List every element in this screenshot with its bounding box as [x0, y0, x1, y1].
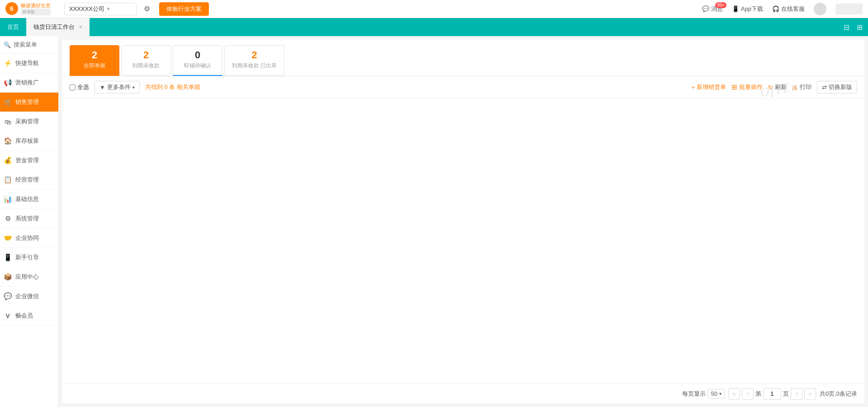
all-checkbox-input[interactable] [70, 84, 75, 90]
sidebar-item-label: 采购管理 [15, 117, 39, 126]
online-service-btn[interactable]: 🎧 在线客服 [772, 5, 805, 13]
avatar[interactable] [814, 3, 826, 15]
message-icon: 💬 [702, 5, 709, 12]
refresh-label: 刷新 [775, 83, 787, 91]
found-unit: 条 [169, 84, 175, 90]
tab-minimize-icon[interactable]: ⊟ [842, 21, 851, 33]
print-button[interactable]: 🖨 打印 [792, 83, 811, 91]
finance-icon: 💰 [4, 156, 12, 164]
next-page-icon: > [795, 390, 798, 397]
sidebar-item-system[interactable]: ⚙ 系统管理 [0, 209, 58, 229]
online-service-label: 在线客服 [781, 5, 805, 13]
sidebar-item-purchase[interactable]: 🛍 采购管理 [0, 112, 58, 131]
top-right: 💬 消息 99+ 📱 App下载 🎧 在线客服 [702, 3, 863, 15]
sidebar-item-member[interactable]: V 畅会员 [0, 306, 58, 326]
chevron-down-icon: ▾ [132, 85, 135, 90]
prev-page-icon: < [746, 390, 750, 397]
app-download-btn[interactable]: 📱 App下载 [732, 5, 763, 13]
stat-tab-all[interactable]: 2 全部单据 [70, 45, 119, 76]
page-number-input[interactable] [763, 388, 781, 400]
top-bar: 6 畅捷通好生意 标准版 XXXXXX公司 ▾ ⚙ 体验行业方案 💬 消息 99… [0, 0, 868, 18]
sidebar-item-operations[interactable]: 📋 经营管理 [0, 170, 58, 190]
stat-tab-pending[interactable]: 0 旺铺待确认 [173, 45, 222, 76]
logo-badge: 标准版 [21, 9, 51, 15]
sidebar-item-sales[interactable]: 🛒 销售管理 [0, 93, 58, 112]
per-page-select[interactable]: 50 ▾ [708, 389, 724, 398]
company-name: XXXXXX公司 [69, 5, 104, 13]
toolbar: 全选 ▼ 更多条件 ▾ 共找到 0 条 相关单据 + 新增销货单 [62, 76, 864, 98]
sidebar-item-label: 库存核算 [15, 137, 39, 145]
tab-close-icon[interactable]: × [79, 24, 82, 30]
gear-icon: ⚙ [144, 5, 150, 13]
user-name[interactable] [835, 4, 863, 14]
switch-new-button[interactable]: ⇄ 切换新版 [817, 81, 857, 94]
last-page-icon: » [808, 390, 811, 397]
tab-expand-icon[interactable]: ⊞ [855, 21, 864, 33]
sidebar-item-label: 基础信息 [15, 195, 39, 203]
settings-icon-btn[interactable]: ⚙ [140, 2, 154, 16]
sidebar-item-label: 应用中心 [15, 273, 39, 281]
tab-home[interactable]: 首页 [0, 18, 26, 36]
page-suffix: 页 [783, 390, 789, 398]
sidebar-item-weixin[interactable]: 💬 企业微信 [0, 287, 58, 306]
stat-tab-overdue[interactable]: 2 到期未收款 [121, 45, 171, 76]
logo-text: 畅捷通好生意 [21, 2, 51, 9]
page-navigation: « < 第 页 > » [728, 388, 816, 400]
sidebar-item-quick-nav[interactable]: ⚡ 快捷导航 [0, 54, 58, 73]
print-icon: 🖨 [792, 84, 798, 91]
sidebar-item-guide[interactable]: 📱 新手引导 [0, 248, 58, 267]
sidebar-item-base-info[interactable]: 📊 基础信息 [0, 190, 58, 209]
sidebar-item-cooperation[interactable]: 🤝 企业协同 [0, 229, 58, 248]
stat-tab-overdue-out[interactable]: 2 到期未收款 已出库 [224, 45, 284, 76]
operations-icon: 📋 [4, 176, 12, 184]
logo-area: 6 畅捷通好生意 标准版 [5, 2, 64, 15]
filter-button[interactable]: ▼ 更多条件 ▾ [94, 81, 140, 94]
headset-icon: 🎧 [772, 5, 779, 12]
prev-page-button[interactable]: < [742, 388, 754, 400]
add-sale-button[interactable]: + 新增销货单 [691, 83, 726, 91]
first-page-icon: « [732, 390, 736, 397]
tab-bar-actions: ⊟ ⊞ [842, 18, 868, 36]
base-info-icon: 📊 [4, 195, 12, 203]
select-all-checkbox[interactable]: 全选 [70, 83, 89, 91]
search-label: 搜索菜单 [14, 41, 37, 49]
add-label: 新增销货单 [697, 83, 726, 91]
first-page-button[interactable]: « [728, 388, 740, 400]
marketing-icon: 📢 [4, 79, 12, 87]
related-label: 相关单据 [177, 84, 200, 90]
print-label: 打印 [800, 83, 811, 91]
found-count: 共找到 0 条 相关单据 [145, 83, 200, 91]
trial-button[interactable]: 体验行业方案 [159, 2, 209, 16]
refresh-button[interactable]: ↻ 刷新 [768, 83, 787, 91]
last-page-button[interactable]: » [804, 388, 816, 400]
tab-bar: 首页 钱货日清工作台 × ⊟ ⊞ [0, 18, 868, 36]
sidebar-item-finance[interactable]: 💰 资金管理 [0, 151, 58, 170]
quick-nav-icon: ⚡ [4, 59, 12, 67]
batch-operate-button[interactable]: ⊞ 批量操作 [731, 83, 763, 91]
refresh-icon: ↻ [768, 84, 773, 91]
system-icon: ⚙ [4, 215, 12, 223]
sidebar-item-marketing[interactable]: 📢 营销推广 [0, 73, 58, 93]
sidebar-item-label: 企业协同 [15, 234, 39, 242]
page-label: 第 [755, 390, 761, 398]
cooperation-icon: 🤝 [4, 234, 12, 242]
tab-active-label: 钱货日清工作台 [33, 23, 75, 31]
per-page-chevron: ▾ [719, 391, 722, 396]
sidebar-item-label: 快捷导航 [15, 59, 39, 67]
batch-label: 批量操作 [739, 83, 763, 91]
table-area [62, 98, 864, 384]
stat-overdue-num: 2 [129, 49, 163, 61]
stat-pending-label: 旺铺待确认 [180, 62, 215, 70]
stat-pending-num: 0 [180, 49, 215, 61]
inventory-icon: 🏠 [4, 137, 12, 145]
tab-home-label: 首页 [7, 23, 19, 31]
sidebar-item-app-center[interactable]: 📦 应用中心 [0, 267, 58, 287]
company-selector[interactable]: XXXXXX公司 ▾ [64, 3, 137, 15]
message-btn[interactable]: 💬 消息 99+ [702, 5, 723, 13]
sidebar-item-inventory[interactable]: 🏠 库存核算 [0, 131, 58, 151]
next-page-button[interactable]: > [791, 388, 802, 400]
sidebar-search[interactable]: 🔍 搜索菜单 [0, 36, 58, 54]
sidebar-item-label: 系统管理 [15, 215, 39, 223]
page-size-selector: 每页显示 50 ▾ [682, 389, 724, 398]
tab-active[interactable]: 钱货日清工作台 × [26, 18, 90, 36]
